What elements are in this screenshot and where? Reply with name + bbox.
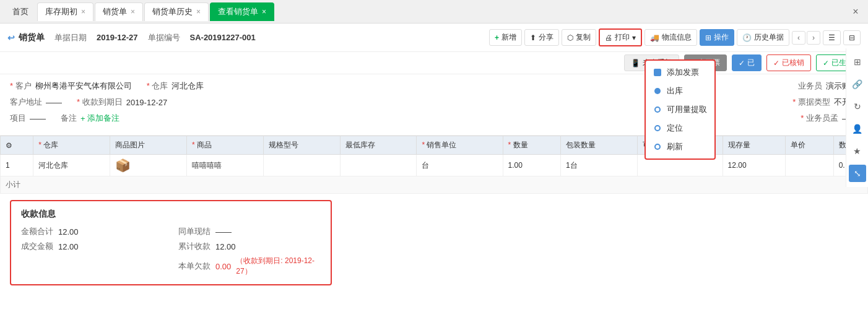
- sidebar-link-icon[interactable]: 🔗: [849, 76, 866, 93]
- history-icon: 🕐: [742, 33, 752, 42]
- tab-view-sales-label: 查看销货单: [218, 6, 258, 17]
- employee-label: 业务员: [798, 80, 822, 92]
- sold-btn[interactable]: ✓ 已核销: [766, 54, 811, 71]
- form-section: 客户 柳州粤港平安气体有限公司 仓库 河北仓库 业务员 演示账号 客户地址 ——: [0, 74, 868, 136]
- row-price: [785, 155, 833, 176]
- locate-label: 定位: [667, 123, 683, 134]
- col-product: * 商品: [187, 136, 264, 155]
- date-value: 2019-12-27: [97, 33, 138, 42]
- tab-bar: 首页 库存期初 × 销货单 × 销货单历史 × 查看销货单 × ×: [0, 0, 868, 24]
- warehouse-label: 仓库: [147, 80, 168, 92]
- address-label: 客户地址: [10, 97, 42, 108]
- tab-sales-history[interactable]: 销货单历史 ×: [144, 2, 209, 21]
- tab-sales-close[interactable]: ×: [131, 7, 135, 16]
- number-label: 单据编号: [148, 32, 180, 43]
- prev-arrow[interactable]: ‹: [792, 31, 805, 45]
- sold-label: 已核销: [782, 58, 804, 68]
- amount-value: 12.00: [58, 227, 79, 237]
- logistics-label: 物流信息: [662, 32, 692, 43]
- col-image: 商品图片: [110, 136, 187, 155]
- doc-header: ↩ 销货单 单据日期 2019-12-27 单据编号 SA-20191227-0…: [0, 24, 868, 52]
- locate-icon: [653, 124, 662, 132]
- same-order-value: ——: [215, 227, 232, 237]
- product-table-container: ⚙ * 仓库 商品图片 * 商品 规格型号 最低库存 * 销售单位 * 数量 包…: [0, 136, 868, 194]
- project-value: ——: [30, 114, 46, 123]
- available-qty-item[interactable]: 可用量提取: [646, 100, 714, 119]
- sidebar-user-icon[interactable]: 👤: [849, 120, 866, 137]
- window-close-btn[interactable]: ×: [848, 4, 863, 19]
- address-field: 客户地址 ——: [10, 97, 62, 108]
- logistics-icon: 🚚: [650, 33, 659, 42]
- print-dropdown-arrow: ▾: [632, 33, 636, 42]
- operation-button[interactable]: ⊞ 操作: [700, 29, 734, 46]
- tab-home[interactable]: 首页: [5, 2, 36, 21]
- outbound-icon: [653, 87, 662, 95]
- copy-icon: ⬡: [567, 33, 573, 42]
- refresh-icon: [653, 142, 662, 151]
- tab-view-sales-close[interactable]: ×: [262, 7, 266, 16]
- refresh-item[interactable]: 刷新: [646, 137, 714, 156]
- deal-amount-label: 成交金额: [21, 241, 53, 252]
- tab-sales-history-close[interactable]: ×: [196, 7, 201, 16]
- gear-icon[interactable]: ⚙: [6, 141, 12, 150]
- row-no: 1: [1, 155, 33, 176]
- invoice-label: 票据类型: [792, 97, 830, 108]
- row-package: 1台: [560, 155, 637, 176]
- print-button[interactable]: 🖨 打印 ▾: [599, 28, 642, 46]
- list-view-btn[interactable]: ⊟: [843, 30, 861, 45]
- payment-date-value: 2019-12-27: [126, 98, 168, 107]
- tab-sales[interactable]: 销货单 ×: [95, 2, 143, 21]
- logistics-button[interactable]: 🚚 物流信息: [644, 29, 697, 46]
- sidebar-star-icon[interactable]: ★: [849, 142, 866, 160]
- sales-employee-label: 业务员孟: [801, 113, 838, 124]
- deal-amount-value: 12.00: [58, 242, 79, 251]
- balance-section: 本单欠款 0.00 （收款到期日: 2019-12-27）: [178, 256, 321, 277]
- row-min-stock: [340, 155, 417, 176]
- payment-grid: 金额合计 12.00 同单现结 —— 成交金额 12.00 累计收款 12.00: [21, 226, 321, 277]
- doc-title-text: 销货单: [19, 32, 45, 43]
- outbound-item[interactable]: 出库: [646, 82, 714, 100]
- grid-view-btn[interactable]: ☰: [823, 30, 841, 45]
- tab-view-sales[interactable]: 查看销货单 ×: [210, 2, 274, 21]
- add-invoice-item[interactable]: 添加发票: [646, 63, 714, 82]
- payment-date-label: 收款到期日: [77, 97, 123, 108]
- sidebar-table-icon[interactable]: ⊞: [849, 53, 866, 71]
- plus-icon: +: [495, 33, 499, 42]
- share-button[interactable]: ⬆ 分享: [524, 29, 559, 46]
- check-btn[interactable]: ✓ 已: [732, 54, 762, 71]
- customer-field: 客户 柳州粤港平安气体有限公司: [10, 80, 132, 92]
- history-button[interactable]: 🕐 历史单据: [737, 29, 789, 46]
- copy-button[interactable]: ⬡ 复制: [562, 29, 596, 46]
- col-spec: 规格型号: [263, 136, 340, 155]
- sidebar-expand-icon[interactable]: ⤡: [849, 165, 866, 182]
- tab-sales-history-label: 销货单历史: [152, 6, 193, 17]
- deal-amount-row: 成交金额 12.00: [21, 241, 163, 252]
- cumulative-value: 12.00: [215, 242, 236, 251]
- locate-item[interactable]: 定位: [646, 119, 714, 137]
- tab-inventory-close[interactable]: ×: [81, 7, 85, 16]
- form-row-3: 项目 —— 备注 + 添加备注 业务员孟 ——: [10, 113, 858, 124]
- col-current: 现存量: [723, 136, 785, 155]
- same-order-row: 同单现结 ——: [178, 226, 321, 237]
- col-package: 包装数量: [560, 136, 637, 155]
- share-label: 分享: [539, 32, 553, 43]
- check-label: 已: [747, 58, 755, 68]
- nav-arrows: ‹ ›: [792, 31, 820, 45]
- balance-value: 0.00: [215, 262, 231, 271]
- warehouse-value: 河北仓库: [171, 80, 204, 92]
- balance-row: 本单欠款 0.00 （收款到期日: 2019-12-27）: [178, 256, 321, 277]
- sold-icon: ✓: [773, 59, 779, 67]
- add-button[interactable]: + 新增: [489, 29, 522, 46]
- warehouse-field: 仓库 河北仓库: [147, 80, 204, 92]
- tab-inventory[interactable]: 库存期初 ×: [37, 2, 93, 21]
- add-note-btn[interactable]: + 添加备注: [80, 113, 119, 124]
- doc-meta: 单据日期 2019-12-27 单据编号 SA-20191227-001: [54, 32, 479, 43]
- operation-icon: ⊞: [705, 33, 711, 42]
- note-label: 备注: [61, 113, 77, 124]
- print-label: 打印: [615, 32, 630, 43]
- row-product: 嘻嘻嘻嘻: [187, 155, 264, 176]
- sidebar-refresh-icon[interactable]: ↻: [849, 98, 866, 115]
- next-arrow[interactable]: ›: [807, 31, 820, 45]
- form-row-1: 客户 柳州粤港平安气体有限公司 仓库 河北仓库 业务员 演示账号: [10, 80, 858, 92]
- copy-label: 复制: [576, 32, 591, 43]
